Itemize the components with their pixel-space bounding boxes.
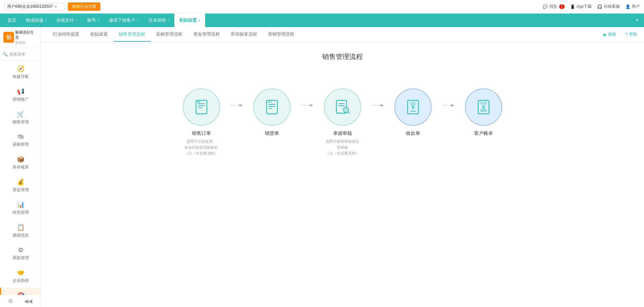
sidebar-item-sales-label: 销售管理 (13, 119, 29, 125)
gear-icon: ⚙ (18, 246, 23, 254)
sidebar-footer: ⚙ ◀◀ (0, 295, 40, 307)
close-icon[interactable]: × (137, 18, 139, 22)
sub-tab-initial[interactable]: 初始设置 (85, 27, 113, 42)
sub-tab-marketing-flow-label: 营销管理流程 (268, 31, 294, 37)
sub-tab-industry-label: 行业特性设置 (53, 31, 79, 37)
close-icon[interactable]: × (75, 18, 77, 22)
sub-tab-purchase-flow[interactable]: 采购管理流程 (151, 27, 188, 42)
tab-payment-label: 在线支付 (56, 17, 74, 23)
receipt-circle[interactable]: ¥ (394, 88, 432, 126)
message-label: 消息 (549, 4, 557, 9)
sales-order-label: 销售订单 (192, 130, 211, 137)
sidebar-item-nav[interactable]: 🧭 快捷导航 (0, 61, 40, 84)
chevron-down-icon: ▼ (54, 5, 58, 8)
play-icon: ▶ (604, 32, 607, 37)
video-link[interactable]: ▶ 视频 (604, 32, 616, 37)
help-icon: ? (625, 32, 628, 37)
header-left: 用户690企业1660120507 ▼ 体验行业方案 (4, 2, 100, 11)
doc-review-icon (334, 98, 351, 116)
sub-tab-inventory-flow[interactable]: 库存核算流程 (225, 27, 262, 42)
sidebar-item-finance-label: 资金管理 (13, 187, 29, 193)
sidebar-item-inventory-label: 库存核算 (13, 164, 29, 170)
doc-review-label: 单据审核 (333, 130, 352, 137)
chart-icon: 📊 (17, 201, 24, 208)
receipt-icon: ¥ (404, 98, 422, 116)
flow-arrow-3 (371, 88, 385, 109)
tab-logistics-label: 物流快递 (26, 17, 43, 23)
video-label: 视频 (608, 32, 616, 37)
experience-button[interactable]: 体验行业方案 (68, 2, 100, 11)
settings-icon[interactable]: ⚙ (8, 298, 13, 304)
app-download-item[interactable]: 📱 App下载 (570, 4, 592, 9)
user-name-label: 用户 (632, 4, 640, 9)
sub-tab-industry[interactable]: 行业特性设置 (47, 27, 85, 42)
online-service-label: 在线客服 (604, 4, 620, 9)
sub-tab-marketing-flow[interactable]: 营销管理流程 (262, 27, 300, 42)
sidebar-item-marketing[interactable]: 📢 营销推广 (0, 84, 40, 106)
sidebar-item-inventory[interactable]: 📦 库存核算 (0, 151, 40, 174)
sub-tabs-right: ▶ 视频 | ? 帮助 (604, 32, 637, 37)
sidebar-search[interactable]: 🔍 搜索菜单 (0, 48, 40, 61)
user-item[interactable]: 👤 用户 (625, 4, 640, 9)
tab-invite[interactable]: 邀请下游客户 × (104, 14, 143, 27)
tab-account[interactable]: 账号 × (82, 14, 104, 27)
headset-icon: 🎧 (597, 4, 602, 9)
logo-title: 畅康道好生意 (15, 30, 37, 40)
customer-ledger-icon: ¥ (475, 98, 492, 116)
sidebar-item-collab[interactable]: 🤝 企业协同 (0, 265, 40, 288)
nav-tabs-close-button[interactable]: × (633, 17, 641, 23)
close-icon[interactable]: × (97, 18, 99, 22)
sales-order-circle[interactable] (183, 88, 220, 126)
help-link[interactable]: ? 帮助 (625, 32, 637, 37)
sidebar-item-nav-label: 快捷导航 (13, 74, 29, 80)
sub-tab-sales-flow[interactable]: 销售管理流程 (113, 27, 151, 42)
sub-tab-initial-label: 初始设置 (90, 31, 108, 37)
sidebar-item-basic[interactable]: 📋 基础信息 (0, 220, 40, 242)
sidebar-item-purchase-label: 采购管理 (13, 142, 29, 147)
tab-logistics[interactable]: 物流快递 × (21, 14, 52, 27)
sub-tab-inventory-flow-label: 库存核算流程 (231, 31, 257, 37)
tab-init-settings[interactable]: 初始设置 × (174, 14, 205, 27)
avatar: 👤 (625, 4, 630, 9)
flow-arrow-4 (442, 88, 455, 109)
online-service-item[interactable]: 🎧 在线客服 (597, 4, 620, 9)
tab-invite-label: 邀请下游客户 (109, 17, 135, 23)
tab-init-label: 初始设置 (179, 17, 197, 23)
sidebar-item-basic-label: 基础信息 (13, 232, 29, 238)
user-selector[interactable]: 用户690企业1660120507 ▼ (4, 3, 65, 11)
sidebar-item-operation[interactable]: 📊 经营管理 (0, 197, 40, 220)
cart-icon: 🛒 (17, 110, 24, 118)
sub-tab-finance-flow-label: 资金管理流程 (193, 31, 220, 37)
sidebar-item-guide[interactable]: 🎯 新手引导 (0, 288, 40, 295)
sub-tab-purchase-flow-label: 采购管理流程 (156, 31, 182, 37)
flow-item-doc-review: 单据审核 适用于财务审核或主管审核（注：非必要流程） (315, 88, 370, 157)
tab-history[interactable]: 往来期初 × (144, 14, 174, 27)
main-layout: 畅 畅康道好生意 标准版 🔍 搜索菜单 🧭 快捷导航 📢 营销推广 (0, 27, 644, 307)
sidebar-item-purchase[interactable]: 🛍 采购管理 (0, 129, 40, 151)
sidebar-item-finance[interactable]: 💰 资金管理 (0, 174, 40, 197)
flow-item-sales-order: 销售订单 适用于分批发货、有合同发货周期较长（注：非必要流程） (174, 88, 229, 157)
tab-payment[interactable]: 在线支付 × (52, 14, 82, 27)
svg-line-22 (348, 112, 349, 113)
message-icon: 💬 (543, 4, 548, 9)
logo-text: 畅康道好生意 标准版 (15, 30, 37, 45)
close-icon[interactable]: × (45, 18, 47, 22)
box-icon: 📦 (17, 156, 24, 163)
sales-invoice-circle[interactable] (253, 88, 291, 126)
svg-rect-30 (410, 102, 416, 105)
sidebar-item-sales[interactable]: 🛒 销售管理 (0, 106, 40, 129)
close-icon[interactable]: × (168, 18, 170, 22)
app-download-label: App下载 (577, 4, 592, 9)
sub-tab-finance-flow[interactable]: 资金管理流程 (188, 27, 225, 42)
header-right: 💬 消息 6 📱 App下载 🎧 在线客服 👤 用户 (543, 4, 640, 9)
sub-tab-sales-flow-label: 销售管理流程 (119, 31, 145, 37)
target-icon: 🎯 (17, 292, 24, 295)
customer-ledger-circle[interactable]: ¥ (465, 88, 502, 126)
sales-invoice-label: 销货单 (265, 130, 279, 137)
close-icon[interactable]: × (198, 18, 200, 22)
tab-home[interactable]: 首页 (3, 14, 21, 27)
sidebar-item-system[interactable]: ⚙ 系统管理 (0, 242, 40, 265)
collapse-icon[interactable]: ◀◀ (24, 298, 32, 304)
doc-review-circle[interactable] (324, 88, 361, 126)
message-item[interactable]: 💬 消息 6 (543, 4, 565, 9)
